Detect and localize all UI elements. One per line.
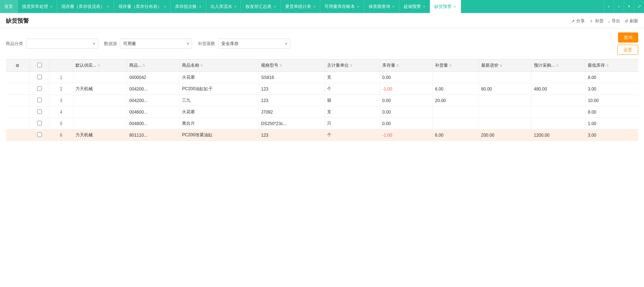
- row-check-cell: [30, 72, 49, 83]
- close-batch-account-tab[interactable]: ×: [199, 4, 201, 9]
- replenish-button[interactable]: ＋ 补货: [589, 18, 604, 24]
- row-latest-price: 200.00: [479, 129, 531, 141]
- tab-batch-account[interactable]: 库存批次账 ×: [171, 0, 206, 13]
- row-num: 6: [49, 129, 73, 141]
- close-expiry-query-tab[interactable]: ×: [392, 4, 395, 9]
- row-num: 4: [49, 106, 73, 118]
- filter-bar: 商品分类 ▾ 数据源 可用量 库存量 ▾ 补货基数 安全库: [0, 28, 644, 59]
- tab-receive-summary[interactable]: 收发存汇总表 ×: [241, 0, 280, 13]
- table-row: 2 力天机械 004200... PC200油缸缸子 123 个 -1.00 6…: [6, 83, 638, 95]
- code-sort-icon: ⇅: [143, 64, 145, 67]
- th-unit-label: 主计量单位: [327, 62, 349, 69]
- row-checkbox[interactable]: [37, 132, 42, 137]
- export-button[interactable]: ↓ 导出: [608, 18, 620, 24]
- row-check-cell: [30, 118, 49, 129]
- refresh-button[interactable]: ↺ 刷新: [625, 18, 638, 24]
- tab-inout-flow[interactable]: 出入库流水 ×: [206, 0, 241, 13]
- th-name[interactable]: 商品名称 ⇅: [180, 59, 259, 72]
- tab-home[interactable]: 首页: [0, 0, 18, 13]
- select-all-checkbox[interactable]: [37, 63, 42, 67]
- share-icon: ↗: [571, 19, 575, 24]
- category-select[interactable]: [26, 39, 98, 49]
- th-replenish[interactable]: 补货量 ⇅: [433, 59, 479, 72]
- row-checkbox[interactable]: [37, 121, 42, 125]
- tab-stock-status[interactable]: 现存量（库存状况表） ×: [57, 0, 114, 13]
- min-stock-sort-icon: ⇅: [606, 64, 609, 67]
- close-stock-dist-tab[interactable]: ×: [164, 4, 166, 9]
- category-label: 商品分类: [6, 41, 23, 47]
- close-shortage-tab[interactable]: ×: [454, 4, 456, 9]
- tab-available-ledger[interactable]: 可用量库存账本 ×: [320, 0, 364, 13]
- row-stock: 0.00: [380, 118, 433, 129]
- datasource-select-wrapper: 可用量 库存量 ▾: [120, 39, 192, 49]
- row-forecast-purchase: [531, 118, 586, 129]
- th-spec[interactable]: 规格型号 ⇅: [259, 59, 325, 72]
- tab-overstock[interactable]: 超储预警 ×: [399, 0, 430, 13]
- row-name: 火花塞: [180, 106, 259, 118]
- replenish-base-select[interactable]: 安全库存 最低库存: [218, 39, 290, 49]
- tab-order-stats[interactable]: 要货单统计表 ×: [281, 0, 320, 13]
- close-inout-flow-tab[interactable]: ×: [234, 4, 236, 9]
- row-checkbox[interactable]: [37, 98, 42, 102]
- row-supplier: 力天机械: [73, 129, 127, 141]
- tab-stock-dist[interactable]: 现存量（库存分布表） ×: [114, 0, 171, 13]
- main-content: 缺货预警 ↗ 分享 ＋ 补货 ↓ 导出 ↺ 刷新 商品分类: [0, 13, 644, 287]
- category-select-wrapper: ▾: [26, 39, 98, 49]
- close-stock-status-tab[interactable]: ×: [107, 4, 109, 9]
- category-filter-group: 商品分类 ▾: [6, 39, 98, 49]
- row-min-stock: 8.00: [586, 72, 638, 83]
- th-supplier[interactable]: 默认供应... ⇅: [73, 59, 127, 72]
- th-latest-price[interactable]: 最新进价 ⇅: [479, 59, 531, 72]
- row-num: 5: [49, 118, 73, 129]
- close-receive-summary-tab[interactable]: ×: [274, 4, 276, 9]
- th-stock-label: 库存量: [382, 62, 395, 69]
- row-code: 004800...: [127, 118, 180, 129]
- unit-sort-icon: ⇅: [350, 64, 353, 67]
- tab-bar: 首页 拣货异常处理 × 现存量（库存状况表） × 现存量（库存分布表） × 库存…: [0, 0, 644, 13]
- row-unit: 箱: [325, 95, 380, 106]
- th-min-stock[interactable]: 最低库存 ⇅: [586, 59, 638, 72]
- row-gear: [6, 83, 30, 95]
- gear-icon: ⚙: [16, 63, 19, 68]
- row-name: 三九: [180, 95, 259, 106]
- data-table: ⚙ 默认供应... ⇅ 商品...: [6, 59, 638, 141]
- row-check-cell: [30, 95, 49, 106]
- tab-exception[interactable]: 拣货异常处理 ×: [18, 0, 57, 13]
- tab-scroll-left[interactable]: ‹: [604, 0, 614, 13]
- th-unit[interactable]: 主计量单位 ⇅: [325, 59, 380, 72]
- row-check-cell: [30, 106, 49, 118]
- th-gear[interactable]: ⚙: [6, 59, 30, 72]
- tab-shortage[interactable]: 缺货预警 ×: [430, 0, 461, 13]
- tab-expiry-query[interactable]: 保质期查询 ×: [364, 0, 399, 13]
- close-order-stats-tab[interactable]: ×: [313, 4, 316, 9]
- datasource-select[interactable]: 可用量 库存量: [120, 39, 192, 49]
- row-code: 0000042: [127, 72, 180, 83]
- th-forecast[interactable]: 预计采购... ⇅: [531, 59, 586, 72]
- replenish-icon: ＋: [589, 18, 593, 24]
- row-check-cell: [30, 129, 49, 141]
- tab-expand[interactable]: ⤢: [634, 0, 644, 13]
- th-name-label: 商品名称: [182, 62, 199, 69]
- close-exception-tab[interactable]: ×: [50, 4, 52, 9]
- row-checkbox[interactable]: [37, 109, 42, 114]
- th-spec-label: 规格型号: [261, 62, 278, 69]
- settings-button[interactable]: 设置: [617, 45, 638, 55]
- spec-sort-icon: ⇅: [279, 64, 282, 67]
- tab-close-all[interactable]: ×: [624, 0, 634, 13]
- page-title: 缺货预警: [6, 17, 29, 25]
- th-num: [49, 59, 73, 72]
- row-supplier: [73, 72, 127, 83]
- th-code-label: 商品...: [129, 62, 142, 69]
- close-overstock-tab[interactable]: ×: [423, 4, 425, 9]
- page-header: 缺货预警 ↗ 分享 ＋ 补货 ↓ 导出 ↺ 刷新: [0, 13, 644, 28]
- th-stock[interactable]: 库存量 ⇅: [380, 59, 433, 72]
- row-checkbox[interactable]: [37, 86, 42, 91]
- query-button[interactable]: 查询: [618, 32, 638, 43]
- row-checkbox[interactable]: [37, 75, 42, 79]
- share-button[interactable]: ↗ 分享: [571, 18, 585, 24]
- row-spec: DS250*23c...: [259, 118, 325, 129]
- row-supplier: [73, 95, 127, 106]
- tab-scroll-right[interactable]: ›: [614, 0, 624, 13]
- th-code[interactable]: 商品... ⇅: [127, 59, 180, 72]
- close-available-ledger-tab[interactable]: ×: [357, 4, 359, 9]
